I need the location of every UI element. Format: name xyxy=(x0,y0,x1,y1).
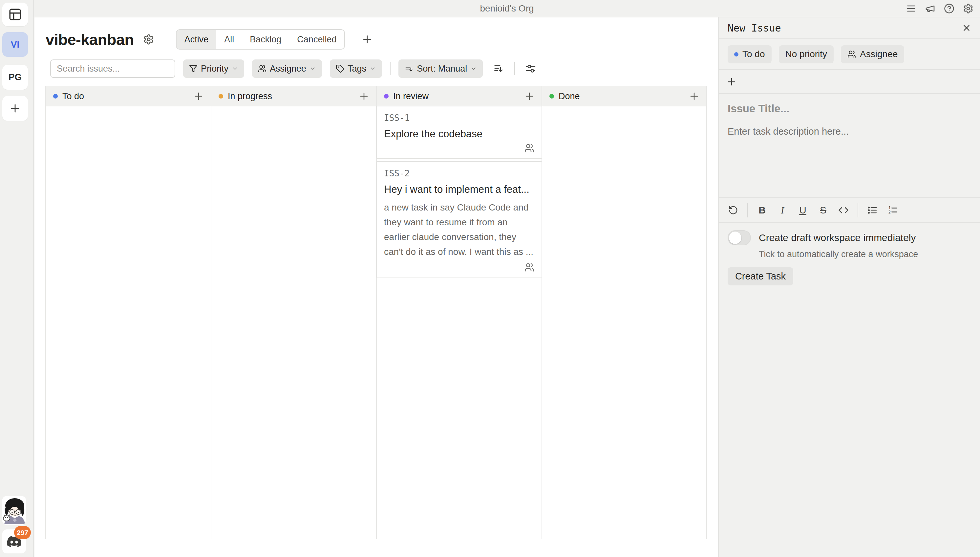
plus-icon xyxy=(524,91,534,101)
status-dot xyxy=(734,52,738,57)
plus-icon xyxy=(689,91,699,101)
divider xyxy=(858,203,858,217)
users-icon xyxy=(847,50,856,59)
status-chip[interactable]: To do xyxy=(728,45,772,64)
assignee-filter-button[interactable]: Assignee xyxy=(252,59,322,78)
help-button[interactable] xyxy=(944,3,954,14)
users-icon xyxy=(258,64,266,73)
hamburger-icon xyxy=(906,3,916,14)
plus-icon xyxy=(194,91,203,101)
assignee-chip-label: Assignee xyxy=(860,49,897,59)
user-avatar[interactable] xyxy=(2,496,26,525)
topbar: benioid's Org xyxy=(34,0,980,18)
menu-button[interactable] xyxy=(906,3,916,14)
divider xyxy=(390,62,391,75)
issue-description-input[interactable]: Enter task description here... xyxy=(728,126,972,137)
issue-title: Explore the codebase xyxy=(384,128,534,140)
add-card-button[interactable] xyxy=(524,91,534,101)
code-button[interactable] xyxy=(835,201,852,219)
tab-all[interactable]: All xyxy=(216,30,242,49)
new-issue-panel: New Issue To do No priority Assignee Iss… xyxy=(719,18,980,557)
create-draft-workspace-toggle[interactable] xyxy=(728,230,751,245)
discord-notification-badge: 297 xyxy=(14,526,31,539)
column-name: In progress xyxy=(228,91,272,101)
priority-chip-label: No priority xyxy=(785,49,827,59)
issue-card[interactable]: ISS-2 Hey i want to implement a feat... … xyxy=(376,161,542,278)
undo-icon xyxy=(728,205,738,215)
left-rail: VI PG xyxy=(0,0,34,557)
chevron-down-icon xyxy=(232,65,238,72)
toggle-help-text: Tick to automatically create a workspace xyxy=(719,245,980,259)
issue-title-input[interactable]: Issue Title... xyxy=(728,103,972,115)
add-card-button[interactable] xyxy=(359,91,369,101)
column-name: Done xyxy=(558,91,580,101)
priority-filter-button[interactable]: Priority xyxy=(183,59,244,78)
workspace-label: PG xyxy=(8,72,22,82)
assignee-chip[interactable]: Assignee xyxy=(841,45,904,64)
priority-chip[interactable]: No priority xyxy=(779,45,834,64)
undo-button[interactable] xyxy=(724,201,742,219)
display-options-button[interactable] xyxy=(523,61,539,77)
sort-button[interactable]: Sort: Manual xyxy=(398,59,483,78)
add-card-button[interactable] xyxy=(689,91,699,101)
tab-cancelled[interactable]: Cancelled xyxy=(289,30,344,49)
panel-title: New Issue xyxy=(728,22,781,34)
main-content: vibe-kanban Active All Backlog Cancelled… xyxy=(34,18,718,557)
add-card-button[interactable] xyxy=(194,91,203,101)
column-header-in-review: In review xyxy=(376,86,542,106)
bold-icon: B xyxy=(758,205,766,216)
avatar-illustration xyxy=(2,496,26,525)
italic-icon: I xyxy=(781,205,784,216)
priority-filter-label: Priority xyxy=(201,64,229,74)
plus-icon xyxy=(362,34,373,45)
column-header-in-progress: In progress xyxy=(211,86,376,106)
sliders-icon xyxy=(525,63,536,74)
toggle-thumb xyxy=(729,231,741,244)
status-dot xyxy=(219,94,223,99)
create-task-button[interactable]: Create Task xyxy=(728,267,793,285)
issue-title: Hey i want to implement a feat... xyxy=(384,184,534,195)
gear-icon xyxy=(143,34,154,45)
bullet-list-button[interactable] xyxy=(863,201,881,219)
bold-button[interactable]: B xyxy=(753,201,771,219)
italic-button[interactable]: I xyxy=(774,201,791,219)
underline-button[interactable]: U xyxy=(794,201,812,219)
tab-backlog[interactable]: Backlog xyxy=(242,30,289,49)
tab-active[interactable]: Active xyxy=(177,30,217,49)
workspace-item-vi[interactable]: VI xyxy=(2,32,28,57)
workspace-item-pg[interactable]: PG xyxy=(2,65,28,90)
sort-descending-icon xyxy=(493,63,504,74)
underline-icon: U xyxy=(799,205,806,216)
divider xyxy=(747,203,748,217)
status-dot xyxy=(53,94,58,99)
project-settings-button[interactable] xyxy=(143,34,154,45)
code-icon xyxy=(838,205,849,215)
tags-filter-button[interactable]: Tags xyxy=(330,59,382,78)
panel-layout-button[interactable] xyxy=(2,3,28,26)
status-chip-label: To do xyxy=(742,49,765,59)
status-filter-tabs: Active All Backlog Cancelled xyxy=(176,29,345,50)
search-input[interactable] xyxy=(50,59,175,78)
issue-card[interactable]: ISS-1 Explore the codebase xyxy=(376,106,542,159)
svg-text:2: 2 xyxy=(888,210,891,215)
panel-layout-icon xyxy=(8,8,22,21)
strikethrough-button[interactable]: S xyxy=(814,201,832,219)
toggle-label: Create draft workspace immediately xyxy=(759,232,916,243)
announcements-button[interactable] xyxy=(925,3,935,14)
tags-filter-label: Tags xyxy=(347,64,366,74)
settings-button[interactable] xyxy=(963,3,974,14)
sort-direction-button[interactable] xyxy=(491,61,506,77)
numbered-list-button[interactable]: 12 xyxy=(884,201,902,219)
add-field-button[interactable] xyxy=(725,75,738,88)
assignee-filter-label: Assignee xyxy=(270,64,306,74)
org-title: benioid's Org xyxy=(34,3,980,14)
column-body-in-review: ISS-1 Explore the codebase ISS-2 Hey i w… xyxy=(376,106,542,539)
add-view-button[interactable] xyxy=(362,34,373,45)
add-workspace-button[interactable] xyxy=(2,96,28,121)
plus-icon xyxy=(727,77,737,87)
chevron-down-icon xyxy=(310,65,316,72)
divider xyxy=(514,62,515,75)
issue-id: ISS-2 xyxy=(384,168,534,178)
close-panel-button[interactable] xyxy=(962,23,972,33)
page-title: vibe-kanban xyxy=(45,31,134,49)
